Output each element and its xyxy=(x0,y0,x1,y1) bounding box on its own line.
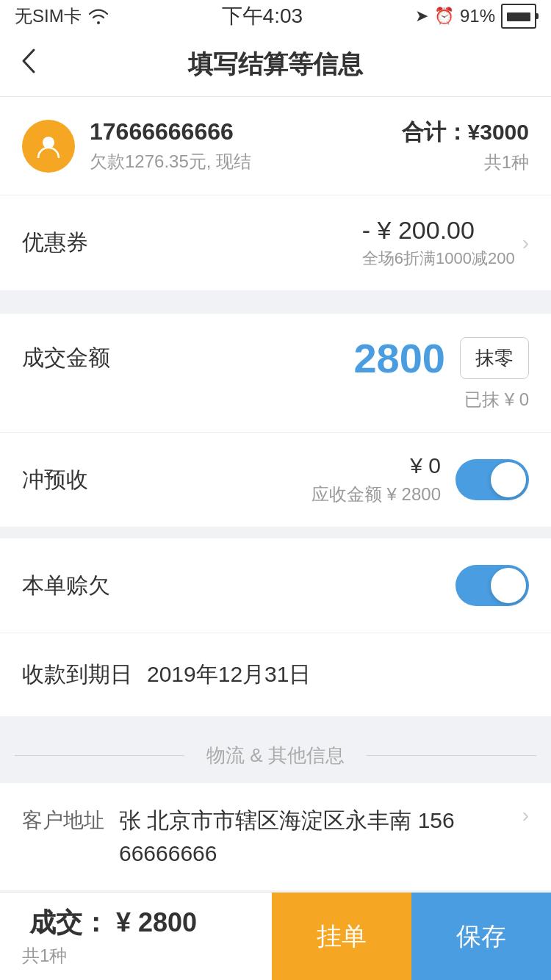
customer-left: 17666666666 欠款1276.35元, 现结 xyxy=(22,118,251,173)
due-date-label: 收款到期日 xyxy=(22,660,132,690)
prepay-values: ¥ 0 应收金额 ¥ 2800 xyxy=(311,453,441,506)
deal-label: 成交： xyxy=(29,907,109,937)
avatar xyxy=(22,120,75,173)
customer-phone: 17666666666 xyxy=(90,118,251,145)
debt-section: 本单赊欠 收款到期日 2019年12月31日 xyxy=(0,538,551,716)
logistics-line-right xyxy=(367,755,536,756)
total-label: 合计： xyxy=(402,120,468,144)
battery-icon xyxy=(501,4,536,29)
coupon-discount: - ¥ 200.00 xyxy=(362,216,515,245)
amount-value: 2800 xyxy=(353,334,445,382)
main-content: 17666666666 欠款1276.35元, 现结 合计：¥3000 共1种 … xyxy=(0,97,551,980)
customer-info: 17666666666 欠款1276.35元, 现结 xyxy=(90,118,251,173)
customer-sub: 欠款1276.35元, 现结 xyxy=(90,150,251,173)
prepay-label: 冲预收 xyxy=(22,465,88,495)
nav-bar: 填写结算等信息 xyxy=(0,32,551,97)
chevron-right-icon: › xyxy=(522,231,529,255)
carrier-text: 无SIM卡 xyxy=(15,4,82,28)
debt-row: 本单赊欠 xyxy=(0,538,551,633)
debt-toggle[interactable] xyxy=(455,565,529,606)
status-bar-right: ➤ ⏰ 91% xyxy=(415,4,536,29)
prepay-sub: 应收金额 ¥ 2800 xyxy=(311,483,441,506)
customer-section: 17666666666 欠款1276.35元, 现结 合计：¥3000 共1种 … xyxy=(0,97,551,290)
deal-amount: ¥ 2800 xyxy=(116,907,197,937)
svg-point-0 xyxy=(43,137,54,148)
debt-label: 本单赊欠 xyxy=(22,571,110,601)
amount-right: 2800 抹零 xyxy=(353,334,529,382)
alarm-icon: ⏰ xyxy=(434,7,454,26)
logistics-line-left xyxy=(15,755,184,756)
battery-text: 91% xyxy=(460,6,495,26)
address-section: 客户地址 张 北京市市辖区海淀区永丰南 156 66666666 › xyxy=(0,783,551,890)
customer-right: 合计：¥3000 共1种 xyxy=(402,118,529,174)
back-button[interactable] xyxy=(21,47,37,82)
customer-row: 17666666666 欠款1276.35元, 现结 合计：¥3000 共1种 xyxy=(0,97,551,195)
round-zero-button[interactable]: 抹零 xyxy=(460,337,529,379)
total-amount: 合计：¥3000 xyxy=(402,118,529,148)
bottom-info: 成交：¥ 2800 共1种 xyxy=(0,905,272,968)
coupon-desc: 全场6折满1000减200 xyxy=(362,248,515,270)
coupon-row[interactable]: 优惠券 - ¥ 200.00 全场6折满1000减200 › xyxy=(0,195,551,290)
amount-row: 成交金额 2800 抹零 xyxy=(22,334,529,382)
total-value: ¥3000 xyxy=(468,120,529,144)
address-row[interactable]: 客户地址 张 北京市市辖区海淀区永丰南 156 66666666 › xyxy=(0,783,551,890)
status-bar-time: 下午4:03 xyxy=(222,2,303,30)
address-label: 客户地址 xyxy=(22,804,104,835)
prepay-toggle[interactable] xyxy=(455,459,529,500)
divider-2 xyxy=(0,527,551,538)
save-button[interactable]: 保存 xyxy=(411,893,551,981)
amount-sub: 已抹 ¥ 0 xyxy=(22,388,529,411)
bottom-deal-row: 成交：¥ 2800 xyxy=(22,905,250,941)
amount-label: 成交金额 xyxy=(22,343,110,373)
prepay-right: ¥ 0 应收金额 ¥ 2800 xyxy=(311,453,529,506)
coupon-info: - ¥ 200.00 全场6折满1000减200 xyxy=(362,216,515,270)
status-bar: 无SIM卡 下午4:03 ➤ ⏰ 91% xyxy=(0,0,551,32)
logistics-label: 物流 & 其他信息 xyxy=(199,743,352,768)
due-date-value: 2019年12月31日 xyxy=(147,660,311,690)
total-count: 共1种 xyxy=(402,151,529,174)
hang-button[interactable]: 挂单 xyxy=(272,893,411,981)
amount-section: 成交金额 2800 抹零 已抹 ¥ 0 xyxy=(0,314,551,432)
prepay-amount: ¥ 0 xyxy=(311,453,441,478)
due-date-row: 收款到期日 2019年12月31日 xyxy=(0,633,551,716)
wifi-icon xyxy=(87,8,109,24)
location-icon: ➤ xyxy=(415,7,428,26)
status-bar-left: 无SIM卡 xyxy=(15,4,109,28)
address-value: 张 北京市市辖区海淀区永丰南 156 66666666 xyxy=(119,804,508,870)
address-chevron-icon: › xyxy=(522,804,529,827)
prepay-row: 冲预收 ¥ 0 应收金额 ¥ 2800 xyxy=(0,432,551,527)
logistics-divider: 物流 & 其他信息 xyxy=(0,728,551,783)
coupon-right: - ¥ 200.00 全场6折满1000减200 › xyxy=(362,216,529,270)
page-title: 填写结算等信息 xyxy=(188,48,363,82)
coupon-label: 优惠券 xyxy=(22,228,88,258)
divider-1 xyxy=(0,302,551,314)
bottom-bar: 成交：¥ 2800 共1种 挂单 保存 xyxy=(0,892,551,980)
bottom-count: 共1种 xyxy=(22,944,250,968)
